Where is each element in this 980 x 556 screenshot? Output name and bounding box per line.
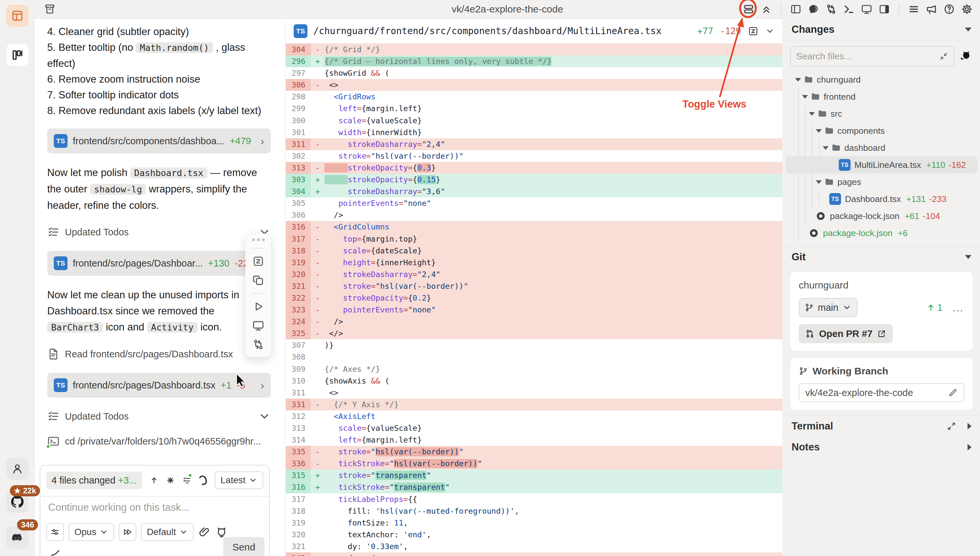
diff-sign: - [311, 328, 325, 339]
tree-item-frontend[interactable]: frontend [783, 88, 980, 105]
model-dropdown[interactable]: Opus [68, 523, 114, 541]
repo-card: churnguard main 1 … Open PR #7 [790, 272, 973, 351]
tool-call-row[interactable]: Updated Todos [47, 226, 271, 238]
attachment-paperclip-icon[interactable] [198, 526, 211, 538]
file-diff-chip[interactable]: TS frontend/src/pages/Dashboar... +130 -… [47, 251, 271, 276]
diff-row: 300 scale={valueScale} [286, 115, 782, 126]
caret-down-icon[interactable] [823, 146, 828, 150]
chevron-right-icon: › [261, 136, 264, 147]
help-icon[interactable] [943, 3, 955, 15]
copy-icon[interactable] [252, 274, 265, 286]
tool-call-row[interactable]: cd /private/var/folders/10/h7w0q46556ggr… [47, 435, 271, 448]
broom-icon[interactable] [48, 548, 61, 556]
latest-dropdown[interactable]: Latest [215, 472, 263, 489]
file-diff-chip[interactable]: TS frontend/src/components/dashboa... +4… [47, 129, 271, 154]
files-changed-chip[interactable]: 4 files changed +3... [46, 472, 142, 489]
tune-settings-button[interactable] [46, 523, 64, 541]
collapse-tree-icon[interactable] [939, 52, 949, 61]
play-icon[interactable] [252, 300, 265, 313]
doc-icon [47, 348, 60, 360]
tree-item-MultiLineArea.tsx[interactable]: TSMultiLineArea.tsx +110 -162 [786, 157, 977, 173]
working-branch-input[interactable]: vk/4e2a-explore-the-code [799, 383, 964, 402]
rail-item-kanban[interactable] [6, 44, 29, 66]
caret-down-icon[interactable] [802, 95, 808, 99]
panel-left-icon[interactable] [790, 3, 802, 15]
terminal-icon[interactable] [843, 3, 855, 15]
tree-item-components[interactable]: components [783, 122, 980, 139]
tree-item-src[interactable]: src [783, 105, 980, 122]
tree-item-package-lock.json[interactable]: package-lock.json +6 [783, 225, 980, 242]
diff-view-icon[interactable] [252, 255, 265, 268]
chevron-down-icon[interactable] [765, 27, 775, 36]
pencil-icon[interactable] [948, 388, 958, 398]
commits-ahead[interactable]: 1 [926, 302, 943, 313]
diff-sign: - [311, 304, 325, 316]
rail-item-account[interactable] [6, 457, 29, 480]
chevron-down-icon[interactable] [258, 410, 271, 423]
caret-down-icon[interactable] [809, 112, 815, 116]
diff-sign [311, 411, 325, 422]
tool-call-row[interactable]: Read frontend/src/pages/Dashboard.tsx [47, 348, 271, 360]
todo-list-icon[interactable] [182, 474, 191, 486]
settings-gear-icon[interactable] [961, 3, 973, 15]
tree-item-Dashboard.tsx[interactable]: TSDashboard.tsx +131 -233 [783, 191, 980, 207]
tool-call-row[interactable]: Updated Todos [47, 410, 271, 423]
diff-view-icon[interactable] [748, 26, 759, 37]
line-number: 308 [286, 351, 311, 363]
monitor-icon[interactable] [861, 3, 872, 15]
send-button[interactable]: Send [223, 537, 265, 556]
annotation-label: Toggle Views [682, 99, 746, 110]
code-line: {/* Grid — horizontal lines only, very s… [325, 55, 782, 67]
tree-item-label: src [831, 109, 842, 119]
git-compare-icon[interactable] [252, 338, 265, 351]
diff-sign [311, 517, 325, 529]
line-number: 314 [286, 434, 311, 446]
file-diff-chip[interactable]: TS frontend/src/pages/Dashboard.tsx +1 -… [47, 373, 271, 398]
notes-section-header[interactable]: Notes [783, 436, 980, 457]
git-compare-icon[interactable] [825, 3, 837, 15]
menu-icon[interactable] [908, 3, 920, 15]
panel-right-filled-icon[interactable] [878, 3, 890, 15]
git-section-header[interactable]: Git [783, 246, 980, 267]
monitor-icon[interactable] [252, 319, 265, 332]
more-options-icon[interactable]: … [952, 305, 964, 310]
search-files-input[interactable]: Search files... [790, 46, 954, 66]
diff-row: 315 + stroke="transparent" [286, 469, 782, 481]
fast-forward-button[interactable] [119, 523, 136, 541]
tree-item-dashboard[interactable]: dashboard [783, 139, 980, 157]
drag-handle-icon[interactable] [252, 238, 265, 241]
expand-icon[interactable] [946, 421, 956, 431]
deletions-count: -5 [237, 380, 245, 391]
megaphone-icon[interactable] [925, 3, 937, 15]
changes-file-tree: churnguard frontend src components dashb… [783, 71, 980, 242]
diff-sign: - [311, 221, 325, 233]
diff-file-path: /churnguard/frontend/src/components/dash… [313, 26, 662, 36]
caret-down-icon[interactable] [816, 129, 822, 133]
git-title: Git [791, 251, 806, 263]
archive-box-icon[interactable] [44, 3, 56, 15]
composer-status-row: 4 files changed +3... Latest [46, 470, 263, 490]
changes-section-header[interactable]: Changes [783, 19, 980, 40]
file-path: frontend/src/pages/Dashboar... [73, 258, 203, 269]
tree-item-churnguard[interactable]: churnguard [783, 71, 980, 88]
caret-down-icon[interactable] [816, 180, 822, 184]
code-line: /> [325, 209, 782, 221]
collapse-all-icon[interactable] [760, 3, 772, 15]
terminal-section-header[interactable]: Terminal [783, 415, 980, 436]
branch-dropdown[interactable]: main [799, 298, 857, 317]
tree-item-pages[interactable]: pages [783, 173, 980, 191]
scroll-up-icon[interactable] [150, 474, 158, 486]
tree-item-package-lock.json[interactable]: package-lock.json +61 -104 [783, 207, 980, 225]
cat-icon[interactable] [215, 526, 228, 538]
burst-icon[interactable] [166, 474, 175, 486]
toggle-views-icon[interactable] [743, 3, 754, 15]
composer-input[interactable]: Continue working on this task... [48, 501, 189, 513]
kanban-board-icon [11, 49, 24, 61]
line-number: 312 [286, 411, 311, 422]
chat-bubble-icon[interactable] [807, 3, 819, 15]
rail-item-layout-active[interactable] [6, 5, 29, 27]
cat-icon[interactable] [960, 50, 973, 63]
mode-dropdown[interactable]: Default [141, 523, 194, 541]
open-pr-button[interactable]: Open PR #7 [799, 324, 893, 343]
caret-down-icon[interactable] [795, 78, 801, 82]
